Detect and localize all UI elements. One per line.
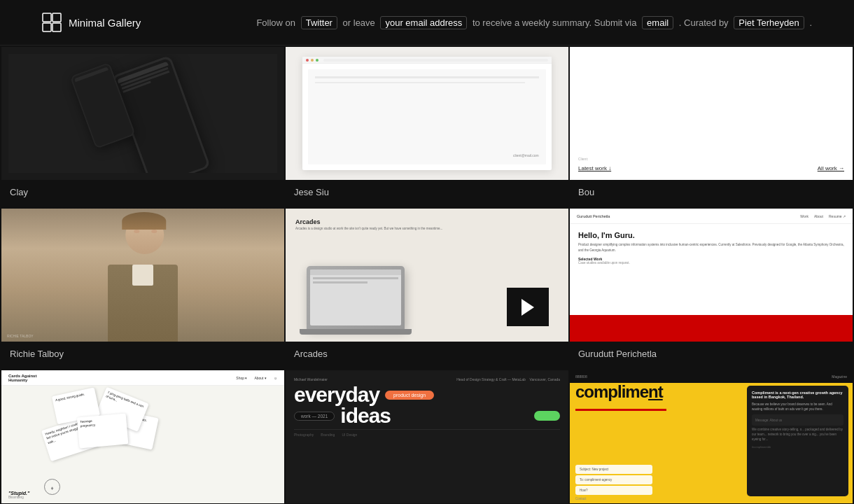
thumbnail-bou: Client: Latest work ↓ All work → [570, 47, 853, 180]
svg-rect-0 [43, 13, 51, 22]
gallery-item-cards[interactable]: Cards AgainstHumanity Shop ▾ About ▾ ☺ H… [1, 370, 284, 504]
label-richie-talboy: Richie Talboy [1, 342, 284, 369]
email-link[interactable]: email [642, 16, 673, 29]
or-leave-text: or leave [343, 18, 375, 28]
thumbnail-jese-siu: client@mail.com [286, 47, 568, 180]
logo[interactable]: Minimal Gallery [42, 13, 141, 32]
author-link[interactable]: Piet Terheyden [734, 16, 804, 29]
label-jese-siu: Jese Siu [286, 180, 568, 207]
header-nav: Follow on Twitter or leave your email ad… [256, 18, 812, 28]
gallery-item-michael[interactable]: Michael Wandelmaier Head of Design Strat… [286, 370, 568, 504]
thumbnail-compliment: 888808 Magazine compliment Subject: New … [570, 370, 853, 503]
logo-icon [42, 13, 62, 32]
thumbnail-cards: Cards AgainstHumanity Shop ▾ About ▾ ☺ H… [1, 370, 284, 503]
svg-rect-1 [52, 13, 61, 22]
curated-by-text: . Curated by [679, 18, 729, 28]
svg-rect-2 [43, 23, 51, 31]
thumbnail-michael: Michael Wandelmaier Head of Design Strat… [286, 370, 568, 503]
gallery-item-compliment[interactable]: 888808 Magazine compliment Subject: New … [570, 370, 853, 504]
thumbnail-gurudutt: Gurudutt Perichetla Work About Resume ↗ … [570, 209, 853, 342]
gallery-item-gurudutt[interactable]: Gurudutt Perichetla Work About Resume ↗ … [570, 209, 853, 369]
svg-rect-3 [52, 23, 61, 31]
gallery-item-bou[interactable]: Client: Latest work ↓ All work → Bou [570, 47, 853, 207]
gallery-item-jese-siu[interactable]: client@mail.com Jese Siu [286, 47, 568, 207]
logo-text: Minimal Gallery [69, 17, 141, 29]
twitter-link[interactable]: Twitter [301, 16, 337, 29]
label-bou: Bou [570, 180, 853, 207]
label-clay: Clay [1, 180, 284, 207]
gallery-item-clay[interactable]: Clay [1, 47, 284, 207]
header: Minimal Gallery Follow on Twitter or lea… [0, 0, 854, 46]
thumbnail-richie-talboy: RICHIE TALBOY [1, 209, 284, 342]
follow-on-text: Follow on [256, 18, 295, 28]
label-gurudutt: Gurudutt Perichetla [570, 342, 853, 369]
label-arcades: Arcades [286, 342, 568, 369]
svg-text:♦: ♦ [50, 485, 53, 491]
nav-suffix-text: to receive a weekly summary. Submit via [472, 18, 637, 28]
period: . [809, 18, 812, 28]
gallery-item-arcades[interactable]: Arcades Arcades is a design studio at wo… [286, 209, 568, 369]
gallery-grid: Clay client@mail.com J [0, 46, 854, 504]
thumbnail-clay [1, 47, 284, 180]
thumbnail-arcades: Arcades Arcades is a design studio at wo… [286, 209, 568, 342]
email-address-link[interactable]: your email address [380, 16, 467, 29]
gallery-item-richie-talboy[interactable]: RICHIE TALBOY Richie Talboy [1, 209, 284, 369]
